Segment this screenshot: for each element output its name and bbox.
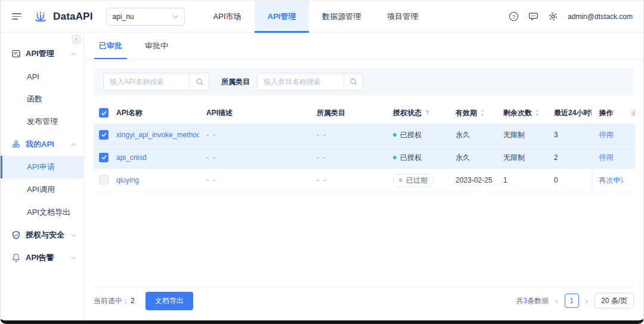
col-header-auth-status: 授权状态: [393, 108, 422, 118]
status-badge: 已授权: [393, 153, 422, 163]
svg-text:?: ?: [512, 14, 515, 20]
approval-tabs: 已审批 审批中: [84, 33, 643, 60]
reapply-action-link[interactable]: 再次申请: [599, 176, 624, 184]
table-row[interactable]: xingyi_api_invoke_method - - - - 已授权 永久 …: [94, 124, 635, 146]
api-category: - -: [317, 176, 327, 184]
column-settings-gear-icon[interactable]: [630, 109, 635, 118]
api-manage-icon: [11, 49, 21, 58]
sidebar-group-label: 授权与安全: [26, 230, 64, 240]
sidebar-item-api[interactable]: API: [1, 65, 83, 88]
selected-count-value: 2: [131, 297, 135, 305]
status-badge: 已过期: [393, 174, 434, 187]
status-dot: [393, 156, 397, 159]
table-header-row: API名称 API描述 所属类目 授权状态: [94, 103, 635, 124]
caret-down-icon: [71, 256, 76, 260]
help-icon[interactable]: ?: [509, 11, 519, 21]
my-api-icon: [11, 140, 21, 149]
total-count-text: 共3条数据: [516, 296, 549, 306]
sidebar-item-api-doc-export[interactable]: API文档导出: [1, 201, 83, 224]
top-right-actions: ? admin@dtstack.com: [509, 11, 643, 21]
api-name-search-input[interactable]: [104, 73, 190, 90]
tab-approved[interactable]: 已审批: [99, 33, 122, 59]
row-checkbox[interactable]: [99, 153, 109, 162]
table-row[interactable]: api_cnisd - - - - 已授权 永久 无限制 2 停用: [94, 146, 635, 169]
api-desc: - -: [206, 176, 216, 184]
next-page-button[interactable]: ›: [585, 297, 589, 306]
filter-funnel-icon[interactable]: [425, 110, 431, 116]
validity: 永久: [448, 124, 496, 146]
sidebar-item-api-call[interactable]: API调用: [1, 178, 83, 201]
nav-api-market[interactable]: API市场: [200, 1, 255, 33]
workspace-select[interactable]: api_nu: [106, 8, 185, 26]
col-header-action: 操作: [592, 103, 623, 124]
sidebar: ‹ API管理 API 函数 发布管理: [1, 33, 84, 320]
sorter-icon[interactable]: [480, 109, 485, 116]
table-row[interactable]: qiuying - - - - 已过期 2023-02-25 1 0 再次申请: [94, 169, 635, 192]
prev-page-button[interactable]: ‹: [555, 297, 558, 306]
feedback-chat-icon[interactable]: [528, 11, 538, 21]
selected-count-label: 当前选中：: [94, 296, 129, 306]
category-search-group: [257, 73, 363, 91]
sidebar-item-publish-manage[interactable]: 发布管理: [1, 110, 83, 133]
sorter-icon[interactable]: [535, 109, 540, 116]
calls-24h: 3: [547, 124, 592, 146]
nav-project-manage[interactable]: 项目管理: [374, 1, 431, 33]
doc-export-button[interactable]: 文档导出: [145, 292, 193, 310]
api-name-link[interactable]: xingyi_api_invoke_method: [116, 131, 199, 139]
remaining-count: 无限制: [496, 146, 547, 169]
sidebar-group-my-api[interactable]: 我的API: [1, 133, 83, 156]
brand-logo[interactable]: DataAPI: [33, 9, 93, 24]
api-category: - -: [317, 131, 327, 139]
shield-icon: [11, 230, 21, 240]
col-header-validity: 有效期: [456, 108, 477, 118]
search-button[interactable]: [343, 73, 363, 90]
caret-down-icon: [71, 233, 76, 237]
api-name-search-group: [103, 73, 209, 91]
disable-action-link[interactable]: 停用: [599, 131, 614, 139]
nav-datasource-manage[interactable]: 数据源管理: [309, 1, 374, 33]
validity: 永久: [448, 146, 496, 169]
settings-gear-icon[interactable]: [548, 11, 558, 21]
sidebar-collapse-button[interactable]: ‹: [72, 34, 81, 45]
col-header-api-name: API名称: [109, 103, 199, 124]
sidebar-group-label: API管理: [26, 48, 54, 59]
hamburger-lines: [12, 11, 21, 21]
top-navigation: API市场 API管理 数据源管理 项目管理: [200, 1, 432, 33]
filter-bar: 所属类目: [94, 68, 634, 95]
row-checkbox[interactable]: [99, 175, 109, 184]
page-size-select[interactable]: 20 条/页: [595, 293, 634, 308]
select-all-checkbox[interactable]: [99, 108, 109, 118]
table-footer: 当前选中： 2 文档导出 共3条数据 ‹ 1 › 20 条/页: [94, 286, 634, 314]
api-name-link[interactable]: api_cnisd: [116, 153, 147, 162]
category-filter-label: 所属类目: [221, 77, 250, 87]
pagination: 共3条数据 ‹ 1 › 20 条/页: [516, 293, 634, 308]
tab-in-review[interactable]: 审批中: [145, 33, 168, 59]
search-button[interactable]: [190, 73, 209, 90]
calls-24h: 2: [547, 146, 592, 169]
sidebar-group-auth-security[interactable]: 授权与安全: [1, 224, 83, 246]
caret-up-icon: [71, 52, 76, 56]
calls-24h: 0: [547, 169, 592, 192]
magnifier-icon: [196, 78, 204, 86]
row-checkbox[interactable]: [99, 130, 109, 140]
sidebar-group-api-manage[interactable]: API管理: [1, 42, 83, 65]
sidebar-item-function[interactable]: 函数: [1, 88, 83, 110]
nav-api-manage[interactable]: API管理: [255, 1, 309, 33]
page-body: ‹ API管理 API 函数 发布管理: [1, 33, 643, 320]
sidebar-item-api-apply[interactable]: API申请: [1, 156, 83, 178]
remaining-count: 无限制: [496, 124, 547, 146]
api-name-link[interactable]: qiuying: [116, 176, 139, 184]
fountain-logo-icon: [33, 9, 48, 24]
status-badge: 已授权: [393, 130, 422, 140]
category-search-input[interactable]: [258, 73, 343, 90]
page-number-button[interactable]: 1: [565, 294, 579, 308]
validity: 2023-02-25: [448, 169, 496, 192]
sidebar-group-api-alert[interactable]: API告警: [1, 246, 83, 269]
col-header-remaining: 剩余次数: [503, 108, 532, 118]
main-panel: 已审批 审批中: [84, 33, 643, 320]
user-email[interactable]: admin@dtstack.com: [568, 13, 633, 21]
disable-action-link[interactable]: 停用: [599, 153, 614, 162]
chevron-down-icon: [172, 14, 178, 19]
magnifier-icon: [349, 78, 358, 86]
hamburger-menu-icon[interactable]: [1, 1, 33, 33]
